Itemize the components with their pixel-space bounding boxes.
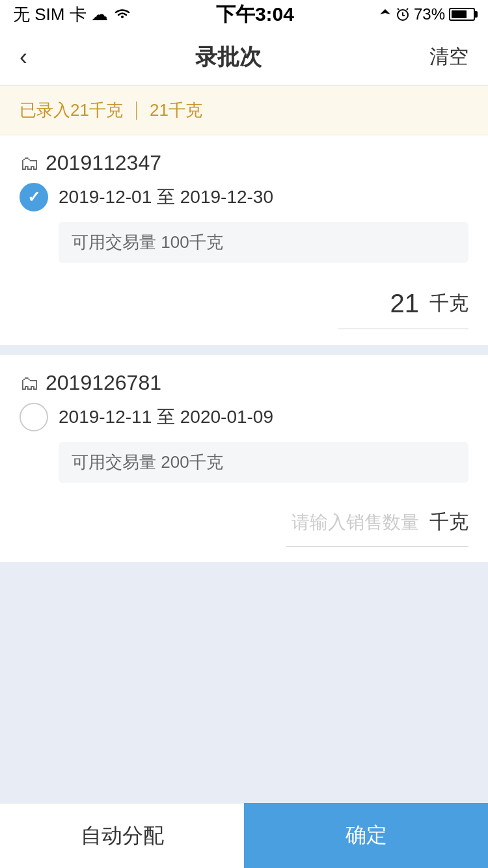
battery-icon	[449, 8, 475, 21]
location-icon	[379, 8, 392, 21]
batch-item-2-inner: 🗂 2019126781 2019-12-11 至 2020-01-09 可用交…	[0, 355, 488, 496]
nav-bar: ‹ 录批次 清空	[0, 29, 488, 86]
batch-id-2: 2019126781	[46, 371, 161, 395]
quantity-unit-1: 千克	[429, 290, 468, 317]
quantity-row-1: 21 千克	[0, 276, 488, 329]
batch-id-1: 2019112347	[46, 151, 161, 175]
summary-banner: 已录入21千克 21千克	[0, 86, 488, 135]
batch-doc-icon-2: 🗂	[20, 372, 39, 394]
summary-label: 已录入21千克	[20, 99, 123, 122]
alarm-icon	[396, 7, 410, 21]
batch-available-2: 可用交易量 200千克	[59, 442, 468, 483]
confirm-button[interactable]: 确定	[244, 803, 488, 868]
page-title: 录批次	[195, 42, 262, 72]
quantity-value-1: 21	[390, 289, 420, 318]
input-quantity-row-2: 请输入销售数量 千克	[0, 496, 488, 546]
status-left: 无 SIM 卡 ☁	[13, 3, 131, 26]
batch-date-row-1[interactable]: 2019-12-01 至 2019-12-30	[20, 183, 468, 211]
batch-available-1: 可用交易量 100千克	[59, 222, 468, 263]
batch-card-1: 🗂 2019112347 2019-12-01 至 2019-12-30 可用交…	[0, 135, 488, 345]
status-time: 下午3:04	[216, 1, 294, 28]
batch-card-2: 🗂 2019126781 2019-12-11 至 2020-01-09 可用交…	[0, 355, 488, 562]
batch-radio-2[interactable]	[20, 403, 48, 431]
bottom-bar: 自动分配 确定	[0, 803, 488, 868]
back-button[interactable]: ‹	[20, 44, 27, 71]
svg-line-4	[407, 8, 408, 10]
svg-line-3	[398, 8, 399, 10]
wifi-icon	[113, 8, 131, 21]
summary-divider	[136, 102, 137, 120]
section-gap-1	[0, 345, 488, 355]
batch-id-row-2: 🗂 2019126781	[20, 371, 468, 395]
batch-item-1-inner: 🗂 2019112347 2019-12-01 至 2019-12-30 可用交…	[0, 135, 488, 276]
sim-status: 无 SIM 卡 ☁	[13, 3, 108, 26]
batch-date-1: 2019-12-01 至 2019-12-30	[59, 185, 273, 210]
input-placeholder-2: 请输入销售数量	[291, 510, 419, 535]
batch-date-2: 2019-12-11 至 2020-01-09	[59, 405, 273, 429]
status-bar: 无 SIM 卡 ☁ 下午3:04 73%	[0, 0, 488, 29]
batch-id-row-1: 🗂 2019112347	[20, 151, 468, 175]
batch-date-row-2[interactable]: 2019-12-11 至 2020-01-09	[20, 403, 468, 431]
summary-value: 21千克	[150, 99, 202, 122]
clear-button[interactable]: 清空	[429, 44, 468, 70]
battery-percent: 73%	[414, 5, 445, 23]
batch-doc-icon-1: 🗂	[20, 152, 39, 174]
input-unit-2: 千克	[429, 509, 468, 536]
auto-distribute-button[interactable]: 自动分配	[0, 803, 244, 868]
status-right: 73%	[379, 5, 475, 23]
battery-fill	[452, 10, 467, 18]
batch-radio-1[interactable]	[20, 183, 48, 211]
